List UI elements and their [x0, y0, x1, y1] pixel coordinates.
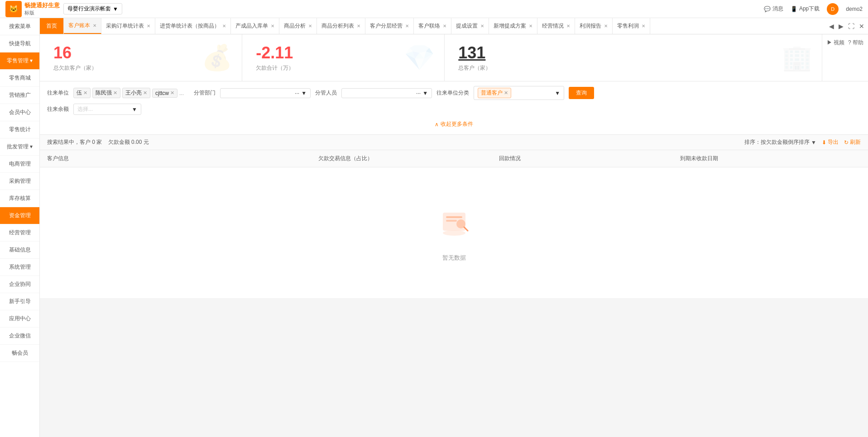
search-button[interactable]: 查询	[569, 87, 594, 99]
tab-retail-profit[interactable]: 零售利润 ✕	[613, 18, 650, 34]
sidebar-item-guide[interactable]: 新手引导	[0, 293, 39, 310]
account-dropdown[interactable]: 母婴行业演示帐套 ▼	[63, 3, 122, 14]
close-icon[interactable]: ✕	[271, 24, 274, 28]
result-info: 搜索结果中，客户 0 家 欠款金额 0.00 元	[47, 138, 149, 146]
tab-close-all-btn[interactable]: ✕	[857, 22, 866, 31]
unit-class-chevron: ▼	[555, 90, 560, 96]
remove-tag-cjttcw[interactable]: ✕	[170, 90, 174, 96]
sidebar-item-appcenter[interactable]: 应用中心	[0, 310, 39, 328]
tab-customer-contact[interactable]: 客户联络 ✕	[414, 18, 451, 34]
sidebar-item-operations[interactable]: 经营管理	[0, 224, 39, 242]
tab-business[interactable]: 经营情况 ✕	[537, 18, 575, 34]
refresh-icon: ↻	[844, 139, 849, 146]
remove-tag-wu[interactable]: ✕	[83, 90, 87, 96]
tab-home[interactable]: 首页	[40, 18, 64, 34]
sidebar-item-quicknav[interactable]: 快捷导航	[0, 35, 39, 52]
sidebar-item-system[interactable]: 系统管理	[0, 259, 39, 276]
tab-customer-ledger[interactable]: 客户账本 ✕	[64, 18, 101, 34]
tab-add-commission[interactable]: 新增提成方案 ✕	[489, 18, 537, 34]
export-btn[interactable]: ⬇ 导出	[822, 138, 839, 146]
top-bar-left: 🐱 畅捷通好生意 标版 母婴行业演示帐套 ▼	[5, 1, 122, 17]
close-icon[interactable]: ✕	[222, 24, 226, 28]
stats-row: 💰 16 总欠款客户（家） 💎 -2.11 欠款合计（万） 🏢	[40, 34, 868, 81]
close-icon[interactable]: ✕	[566, 24, 570, 28]
sidebar-item-retailstat[interactable]: 零售统计	[0, 121, 39, 138]
close-icon[interactable]: ✕	[529, 24, 532, 28]
close-icon[interactable]: ✕	[93, 23, 96, 28]
help-btns: ▶ 视频 ? 帮助	[822, 34, 868, 51]
person-select[interactable]: ··· ▼	[341, 88, 432, 98]
stat-value-amount: -2.11	[256, 43, 294, 62]
sidebar-item-retailshop[interactable]: 零售商城	[0, 70, 39, 87]
unit-filter-tags: 伍 ✕ 陈民强 ✕ 王小亮 ✕ cjttcw ✕	[73, 88, 184, 98]
tab-maximize-btn[interactable]: ⛶	[846, 22, 856, 31]
svg-point-0	[443, 230, 465, 236]
sidebar-item-capital[interactable]: 资金管理	[0, 207, 39, 224]
more-tags-btn[interactable]: ...	[179, 90, 184, 96]
balance-select[interactable]: 选择... ▼	[73, 104, 141, 115]
dept-select[interactable]: ··· ▼	[220, 88, 311, 98]
logo-area: 🐱 畅捷通好生意 标版	[5, 1, 60, 17]
close-icon[interactable]: ✕	[480, 24, 484, 28]
stat-value-total: 131	[458, 43, 491, 62]
balance-chevron: ▼	[132, 106, 137, 113]
tab-goods-list[interactable]: 商品分析列表 ✕	[317, 18, 365, 34]
close-icon[interactable]: ✕	[405, 24, 409, 28]
balance-label: 往来余额	[47, 105, 69, 113]
app-download-btn[interactable]: 📱 App下载	[791, 5, 820, 13]
dept-filter-label: 分管部门	[194, 89, 216, 97]
close-icon[interactable]: ✕	[357, 24, 360, 28]
result-actions: 排序：按欠款金额倒序排序 ▼ ⬇ 导出 ↻ 刷新	[744, 138, 861, 146]
tab-customer-seg[interactable]: 客户分层经营 ✕	[365, 18, 414, 34]
sidebar-item-retail[interactable]: 零售管理 ▾	[0, 52, 39, 70]
tab-purchase-stat[interactable]: 进货单统计表（按商品） ✕	[155, 18, 231, 34]
collapse-btn[interactable]: ∧ 收起更多条件	[47, 119, 861, 130]
sidebar-item-basicinfo[interactable]: 基础信息	[0, 242, 39, 259]
stat-bg-icon-total: 🏢	[782, 43, 813, 72]
top-bar: 🐱 畅捷通好生意 标版 母婴行业演示帐套 ▼ 💬 消息 📱 App下载 D de…	[0, 0, 868, 18]
tab-finished-goods[interactable]: 产成品入库单 ✕	[231, 18, 279, 34]
refresh-btn[interactable]: ↻ 刷新	[844, 138, 861, 146]
sort-btn[interactable]: 排序：按欠款金额倒序排序 ▼	[744, 138, 816, 146]
sidebar-item-corp[interactable]: 企业协同	[0, 276, 39, 293]
tab-commission-settings[interactable]: 提成设置 ✕	[451, 18, 489, 34]
person-filter-label: 分管人员	[315, 89, 337, 97]
sidebar-item-purchase[interactable]: 采购管理	[0, 173, 39, 190]
remove-tag-wang[interactable]: ✕	[143, 90, 147, 96]
tab-nav-btns: ◀ ▶ ⛶ ✕	[825, 22, 868, 31]
close-icon[interactable]: ✕	[147, 24, 150, 28]
top-bar-right: 💬 消息 📱 App下载 D demo2	[764, 3, 863, 15]
tab-prev-btn[interactable]: ◀	[827, 22, 836, 31]
sidebar-item-search[interactable]: 搜索菜单	[0, 18, 39, 35]
stat-card-customers: 💰 16 总欠款客户（家）	[40, 34, 242, 81]
close-icon[interactable]: ✕	[642, 24, 645, 28]
remove-unit-class[interactable]: ✕	[504, 90, 508, 96]
logo-sub: 标版	[24, 10, 60, 16]
stat-card-total: 🏢 131 总客户（家）	[445, 34, 822, 81]
tab-next-btn[interactable]: ▶	[837, 22, 845, 31]
help-btn[interactable]: ? 帮助	[848, 39, 863, 47]
stat-bg-icon-amount: 💎	[404, 43, 435, 72]
dept-more-icon: ···	[295, 90, 299, 96]
stat-bg-icon-customers: 💰	[201, 43, 233, 72]
video-btn[interactable]: ▶ 视频	[827, 39, 844, 47]
unit-class-select[interactable]: 普通客户 ✕ ▼	[474, 86, 564, 100]
sidebar-item-vip[interactable]: 畅会员	[0, 345, 39, 362]
close-icon[interactable]: ✕	[308, 24, 312, 28]
sidebar-item-ecommerce[interactable]: 电商管理	[0, 156, 39, 173]
sidebar-item-wholesale[interactable]: 批发管理 ▾	[0, 138, 39, 156]
sidebar-item-wechat[interactable]: 企业微信	[0, 328, 39, 345]
sidebar-item-member[interactable]: 会员中心	[0, 104, 39, 121]
remove-tag-chen[interactable]: ✕	[113, 90, 117, 96]
message-btn[interactable]: 💬 消息	[764, 5, 783, 13]
tab-purchase-order[interactable]: 采购订单统计表 ✕	[101, 18, 155, 34]
sidebar-item-inventory[interactable]: 库存核算	[0, 190, 39, 207]
tab-goods-analysis[interactable]: 商品分析 ✕	[279, 18, 317, 34]
avatar[interactable]: D	[827, 3, 839, 15]
tab-profit[interactable]: 利润报告 ✕	[575, 18, 613, 34]
sidebar-item-marketing[interactable]: 营销推广	[0, 87, 39, 104]
close-icon[interactable]: ✕	[443, 24, 446, 28]
unit-tag-wang: 王小亮 ✕	[122, 88, 150, 98]
close-icon[interactable]: ✕	[604, 24, 608, 28]
stat-value-customers: 16	[53, 43, 97, 62]
